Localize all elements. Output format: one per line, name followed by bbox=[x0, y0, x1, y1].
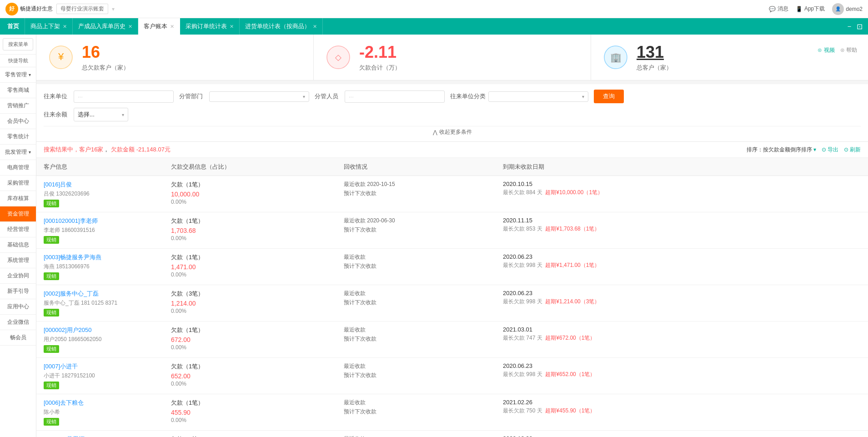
user-avatar[interactable]: 👤 demo2 bbox=[832, 3, 863, 15]
customer-name-1[interactable]: [0001020001]李老师 bbox=[44, 217, 171, 225]
customer-name-3[interactable]: [0002]服务中心_丁磊 bbox=[44, 290, 171, 298]
overdue-link-0[interactable]: 超期¥10,000.00（1笔） bbox=[545, 189, 603, 196]
overdue-link-1[interactable]: 超期¥1,703.68（1笔） bbox=[545, 226, 600, 232]
overdue-info-2: 2020.06.23 最长欠款 998 天 超期¥1,471.00（1笔） bbox=[503, 253, 861, 269]
sidebar-item-finance[interactable]: 资金管理 bbox=[0, 206, 36, 222]
return-info-1: 最近收款 2020-06-30 预计下次收款 bbox=[344, 217, 503, 235]
video-help-icon[interactable]: ⊙ 视频 bbox=[818, 46, 834, 54]
unit-category-label: 往来单位分类 bbox=[450, 92, 486, 100]
maximize-icon[interactable]: ⊡ bbox=[857, 22, 863, 31]
person-input[interactable]: ··· bbox=[345, 90, 445, 103]
customer-name-7[interactable]: [000001]黄思源 bbox=[44, 435, 171, 437]
last-payment-3: 最近收款 bbox=[344, 290, 503, 297]
quick-nav-button[interactable]: 快捷导航 bbox=[0, 55, 36, 67]
sidebar-item-newbie[interactable]: 新手引导 bbox=[0, 284, 36, 299]
customer-name-5[interactable]: [0007]小进干 bbox=[44, 362, 171, 371]
sidebar-item-enterprise[interactable]: 企业协同 bbox=[0, 268, 36, 284]
sidebar-item-member[interactable]: 会员中心 bbox=[0, 114, 36, 129]
tab-stock[interactable]: 进货单统计表（按商品） ✕ bbox=[240, 18, 323, 35]
collapse-button[interactable]: ⋀ 收起更多条件 bbox=[44, 126, 861, 138]
sidebar-item-ecom[interactable]: 电商管理 bbox=[0, 160, 36, 176]
sidebar-item-retail[interactable]: 零售管理 ▾ bbox=[0, 67, 36, 83]
sidebar-item-retail-mall[interactable]: 零售商城 bbox=[0, 83, 36, 98]
source-unit-input[interactable]: ··· bbox=[74, 90, 174, 103]
overdue-link-6[interactable]: 超期¥455.90（1笔） bbox=[545, 407, 595, 414]
close-stock-icon[interactable]: ✕ bbox=[313, 24, 317, 30]
customer-name-4[interactable]: [000002]用户2050 bbox=[44, 326, 171, 334]
next-payment-3: 预计下次收款 bbox=[344, 299, 503, 306]
debt-count-5: 欠款（1笔） bbox=[171, 362, 344, 371]
sidebar-item-ops[interactable]: 经营管理 bbox=[0, 222, 36, 237]
next-payment-1: 预计下次收款 bbox=[344, 226, 503, 234]
sidebar-item-wechat[interactable]: 企业微信 bbox=[0, 315, 36, 330]
app-icon: 📱 bbox=[796, 6, 803, 12]
customer-name-6[interactable]: [0006]去下粮仓 bbox=[44, 399, 171, 407]
sidebar-item-batch[interactable]: 批发管理 ▾ bbox=[0, 145, 36, 160]
stat-info-debtors: 16 总欠款客户（家） bbox=[82, 43, 302, 72]
balance-select[interactable]: 选择... ▾ bbox=[74, 108, 128, 121]
stat-help-area: ⊙ 视频 ⊙ 帮助 bbox=[818, 43, 857, 54]
table-row: [0006]去下粮仓 陈小希 现销 欠款（1笔） 455.90 0.00% 最近… bbox=[36, 394, 868, 431]
sidebar-item-vip[interactable]: 畅会员 bbox=[0, 330, 36, 346]
sidebar-item-base[interactable]: 基础信息 bbox=[0, 237, 36, 253]
customer-contact-5: 小进干 18279152100 bbox=[44, 372, 171, 380]
filter-dept: 分管部门 ▾ bbox=[179, 91, 309, 102]
close-customer-icon[interactable]: ✕ bbox=[170, 24, 174, 30]
svg-text:¥: ¥ bbox=[58, 51, 64, 62]
tab-customer[interactable]: 客户账本 ✕ bbox=[138, 18, 180, 35]
minimize-icon[interactable]: － bbox=[846, 22, 853, 31]
next-payment-6: 预计下次收款 bbox=[344, 408, 503, 416]
sidebar-item-purchase[interactable]: 采购管理 bbox=[0, 176, 36, 191]
top-bar-left: 好 畅捷通好生意 母婴行业演示账套 ▾ bbox=[5, 3, 115, 15]
sidebar-item-retail-stat[interactable]: 零售统计 bbox=[0, 129, 36, 145]
close-produce-icon[interactable]: ✕ bbox=[128, 24, 132, 30]
customer-info-1: [0001020001]李老师 李老师 18600391516 现销 bbox=[44, 217, 171, 244]
customer-info-7: [000001]黄思源 黄思源 13552700226 现销 bbox=[44, 435, 171, 437]
debt-pct-6: 0.00% bbox=[171, 417, 344, 423]
svg-text:◇: ◇ bbox=[335, 53, 341, 62]
sidebar-item-stock[interactable]: 库存核算 bbox=[0, 191, 36, 206]
app-download-button[interactable]: 📱 App下载 bbox=[796, 5, 825, 13]
last-payment-2: 最近收款 bbox=[344, 253, 503, 261]
help-icon[interactable]: ⊙ 帮助 bbox=[840, 46, 857, 54]
overdue-link-2[interactable]: 超期¥1,471.00（1笔） bbox=[545, 262, 600, 268]
debt-info-0: 欠款（1笔） 10,000.00 0.00% bbox=[171, 181, 344, 205]
overdue-link-3[interactable]: 超期¥1,214.00（3笔） bbox=[545, 298, 600, 305]
sidebar-item-marketing[interactable]: 营销推广 bbox=[0, 98, 36, 114]
close-products-icon[interactable]: ✕ bbox=[63, 24, 67, 30]
search-button[interactable]: 查询 bbox=[594, 90, 624, 103]
last-payment-4: 最近收款 bbox=[344, 326, 503, 334]
debt-amount-3: 1,214.00 bbox=[171, 300, 344, 307]
tab-products[interactable]: 商品上下架 ✕ bbox=[25, 18, 73, 35]
refresh-button[interactable]: ⊙ 刷新 bbox=[844, 146, 861, 154]
sidebar-item-system[interactable]: 系统管理 bbox=[0, 253, 36, 268]
system-name[interactable]: 母婴行业演示账套 bbox=[56, 4, 108, 14]
unit-category-select[interactable]: ▾ bbox=[488, 91, 588, 102]
last-payment-0: 最近收款 2020-10-15 bbox=[344, 181, 503, 188]
overdue-link-5[interactable]: 超期¥652.00（1笔） bbox=[545, 371, 595, 377]
debt-info-2: 欠款（1笔） 1,471.00 0.00% bbox=[171, 253, 344, 278]
dept-select[interactable]: ▾ bbox=[209, 91, 309, 102]
tab-purchase[interactable]: 采购订单统计表 ✕ bbox=[180, 18, 240, 35]
return-info-5: 最近收款 预计下次收款 bbox=[344, 362, 503, 381]
tab-produce[interactable]: 产成品入库单历史 ✕ bbox=[73, 18, 138, 35]
debt-count-3: 欠款（3笔） bbox=[171, 290, 344, 298]
customer-tag-1: 现销 bbox=[44, 236, 59, 244]
search-menu-button[interactable]: 搜索菜单 bbox=[3, 38, 33, 50]
overdue-days-1: 最长欠款 853 天 超期¥1,703.68（1笔） bbox=[503, 225, 861, 233]
debt-count-2: 欠款（1笔） bbox=[171, 253, 344, 261]
sidebar-item-apps[interactable]: 应用中心 bbox=[0, 299, 36, 315]
export-button[interactable]: ⊙ 导出 bbox=[822, 146, 838, 154]
svg-text:🏢: 🏢 bbox=[610, 52, 622, 63]
customer-name-2[interactable]: [0003]畅捷服务尹海燕 bbox=[44, 253, 171, 261]
sidebar: 搜索菜单 快捷导航 零售管理 ▾ 零售商城 营销推广 会员中心 零售统计 批发管… bbox=[0, 35, 36, 437]
overdue-date-0: 2020.10.15 bbox=[503, 181, 861, 187]
table-row: [000001]黄思源 黄思源 13552700226 现销 欠款（1笔） 42… bbox=[36, 431, 868, 437]
customer-info-2: [0003]畅捷服务尹海燕 海燕 18513066976 现销 bbox=[44, 253, 171, 280]
customer-contact-4: 用户2050 18665062050 bbox=[44, 336, 171, 343]
customer-name-0[interactable]: [0016]吕俊 bbox=[44, 181, 171, 189]
tab-home[interactable]: 首页 bbox=[2, 18, 25, 35]
message-button[interactable]: 💬 消息 bbox=[769, 5, 788, 13]
overdue-link-4[interactable]: 超期¥672.00（1笔） bbox=[545, 335, 595, 341]
close-purchase-icon[interactable]: ✕ bbox=[230, 24, 234, 30]
